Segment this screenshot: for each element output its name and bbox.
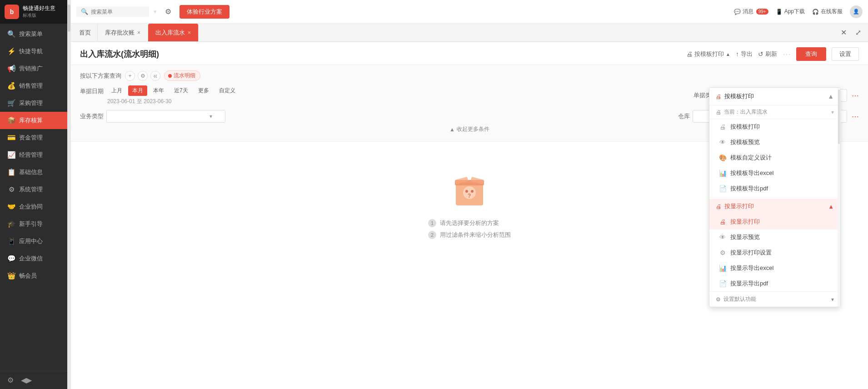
dropdown-collapse-button[interactable]: ▲	[828, 93, 834, 100]
collapse-filter-button[interactable]: «	[150, 71, 160, 81]
section-arrow: ▲	[828, 203, 834, 210]
dropdown-item-template-preview[interactable]: 👁 按模板预览	[709, 135, 840, 150]
message-badge: 99+	[756, 9, 768, 15]
dropdown-item-display-preview[interactable]: 👁 按显示预览	[709, 229, 840, 245]
tab-current[interactable]: 出入库流水 ×	[148, 24, 199, 41]
dropdown-item-template-pdf[interactable]: 📄 按模板导出pdf	[709, 181, 840, 196]
dropdown-item-template-excel[interactable]: 📊 按模板导出excel	[709, 165, 840, 181]
sidebar-item-collab[interactable]: 🤝 企业协同	[0, 198, 67, 215]
step-1: 1 请先选择要分析的方案	[428, 217, 511, 229]
template-print-button[interactable]: 🖨 按模板打印 ▲	[686, 50, 730, 58]
date-filter-label: 单据日期	[80, 85, 104, 95]
sidebar-item-sales[interactable]: 💰 销售管理	[0, 77, 67, 95]
export-button[interactable]: ↑ 导出	[736, 50, 753, 58]
step-2: 2 用过滤条件来缩小分析范围	[428, 229, 511, 241]
tab-close-inventory-batch[interactable]: ×	[137, 30, 140, 36]
filter-tag-liushui[interactable]: 流水明细	[164, 70, 200, 81]
export-icon: ↑	[736, 50, 739, 58]
tab-inventory-batch[interactable]: 库存批次账 ×	[98, 24, 148, 41]
default-settings-icon: ⚙	[716, 296, 721, 303]
search-input[interactable]	[91, 9, 136, 15]
dropdown-footer[interactable]: ⚙ 设置默认功能 ▾	[709, 291, 840, 307]
sidebar-footer: ⚙ ◀▶	[0, 371, 67, 389]
tag-dot	[168, 74, 172, 78]
dropdown-item-display-print[interactable]: 🖨 按显示打印	[709, 214, 840, 229]
date-btn-custom[interactable]: 自定义	[215, 85, 239, 96]
sidebar-item-system[interactable]: ⚙ 系统管理	[0, 181, 67, 198]
cart-icon: 🛒	[7, 99, 15, 107]
sidebar-item-wechat[interactable]: 💬 企业微信	[0, 250, 67, 267]
sidebar-item-app[interactable]: 📱 应用中心	[0, 233, 67, 250]
settings-footer-icon[interactable]: ⚙	[7, 376, 14, 384]
filter-settings-button[interactable]: ⚙	[138, 71, 148, 81]
date-options: 上月 本月 本年 近7天 更多 自定义 2023-06-01 至 2023-06…	[107, 85, 239, 105]
tab-expand-button[interactable]: ⤢	[852, 26, 864, 39]
dropdown-item-display-pdf[interactable]: 📄 按显示导出pdf	[709, 276, 840, 291]
lightning-icon: ⚡	[7, 47, 15, 55]
sidebar-item-operation[interactable]: 📈 经营管理	[0, 146, 67, 164]
trial-button[interactable]: 体验行业方案	[180, 5, 229, 19]
dropdown-header-left: 🖨 按模板打印	[716, 92, 754, 100]
dropdown-item-display-excel[interactable]: 📊 按显示导出excel	[709, 260, 840, 276]
sidebar-item-search[interactable]: 🔍 搜索菜单	[0, 25, 67, 43]
sidebar-item-guide[interactable]: 🎓 新手引导	[0, 215, 67, 233]
empty-steps: 1 请先选择要分析的方案 2 用过滤条件来缩小分析范围	[428, 217, 511, 241]
actions-divider: ⋯	[783, 49, 791, 59]
topbar-settings-button[interactable]: ⚙	[161, 5, 175, 19]
date-btn-more[interactable]: 更多	[194, 85, 213, 96]
user-avatar[interactable]: 👤	[850, 5, 863, 18]
card-icon: 💳	[7, 134, 15, 142]
tab-close-current[interactable]: ×	[188, 30, 191, 36]
display-print-icon: 🖨	[718, 218, 727, 225]
app-logo-icon: b	[5, 5, 19, 19]
sidebar-item-quick[interactable]: ⚡ 快捷导航	[0, 43, 67, 60]
sidebar-item-marketing[interactable]: 📢 营销推广	[0, 60, 67, 77]
date-btn-lastmonth[interactable]: 上月	[107, 85, 126, 96]
doc-type-more-button[interactable]: ⋯	[852, 91, 859, 100]
chevron-up-icon-2: ▲	[449, 126, 455, 133]
date-btn-7days[interactable]: 近7天	[170, 85, 192, 96]
print-icon-item: 🖨	[718, 123, 727, 130]
search-icon: 🔍	[7, 30, 15, 38]
search-box[interactable]: 🔍	[76, 6, 149, 17]
sidebar-item-member[interactable]: 👑 畅会员	[0, 267, 67, 284]
svg-point-6	[471, 190, 474, 193]
filter-icons: + ⚙ «	[125, 71, 160, 81]
chevron-up-icon: ▲	[726, 52, 730, 57]
dropdown-section-display[interactable]: 🖨 按显示打印 ▲	[709, 199, 840, 214]
sidebar-item-inventory[interactable]: 📦 库存核算	[0, 112, 67, 129]
step-num-2: 2	[428, 231, 436, 239]
sidebar-logo: b 畅捷通好生意 标准版	[0, 0, 67, 24]
date-btn-thisyear[interactable]: 本年	[149, 85, 168, 96]
settings-button[interactable]: 设置	[832, 47, 859, 61]
business-type-label: 业务类型	[80, 112, 104, 120]
chat-icon: 💬	[7, 254, 15, 263]
query-button[interactable]: 查询	[796, 47, 826, 61]
filter-label: 按以下方案查询	[80, 72, 121, 80]
sidebar-scrollbar[interactable]	[67, 0, 71, 389]
phone-icon: 📱	[7, 237, 15, 245]
dropdown-item-template-design[interactable]: 🎨 模板自定义设计	[709, 150, 840, 165]
sidebar: b 畅捷通好生意 标准版 🔍 搜索菜单 ⚡ 快捷导航 📢 营销推广 💰 销售管理…	[0, 0, 67, 389]
online-service-button[interactable]: 🎧 在线客服	[812, 8, 843, 15]
tab-home[interactable]: 首页	[73, 24, 98, 41]
dropdown-item-template-print[interactable]: 🖨 按模板打印	[709, 119, 840, 135]
add-filter-button[interactable]: +	[125, 71, 135, 81]
print-header-icon: 🖨	[716, 93, 722, 100]
tab-close-all-button[interactable]: ✕	[837, 26, 850, 39]
refresh-button[interactable]: ↺ 刷新	[758, 50, 777, 58]
sidebar-item-purchase[interactable]: 🛒 采购管理	[0, 95, 67, 112]
date-btn-thismonth[interactable]: 本月	[128, 85, 147, 96]
collapse-sidebar-icon[interactable]: ◀▶	[21, 376, 32, 384]
panel-scrollbar[interactable]	[838, 88, 840, 307]
business-type-select[interactable]: ▾	[106, 110, 225, 123]
display-settings-icon: ⚙	[718, 249, 727, 256]
dropdown-item-display-settings[interactable]: ⚙ 按显示打印设置	[709, 245, 840, 260]
sidebar-item-basic[interactable]: 📋 基础信息	[0, 164, 67, 181]
app-download-button[interactable]: 📱 App下载	[776, 8, 805, 15]
sidebar-item-finance[interactable]: 💳 资金管理	[0, 129, 67, 146]
warehouse-more-button[interactable]: ⋯	[852, 112, 859, 121]
preview-icon-item: 👁	[718, 139, 727, 146]
display-section-icon: 🖨	[716, 203, 722, 210]
message-button[interactable]: 💬 消息 99+	[734, 8, 768, 15]
